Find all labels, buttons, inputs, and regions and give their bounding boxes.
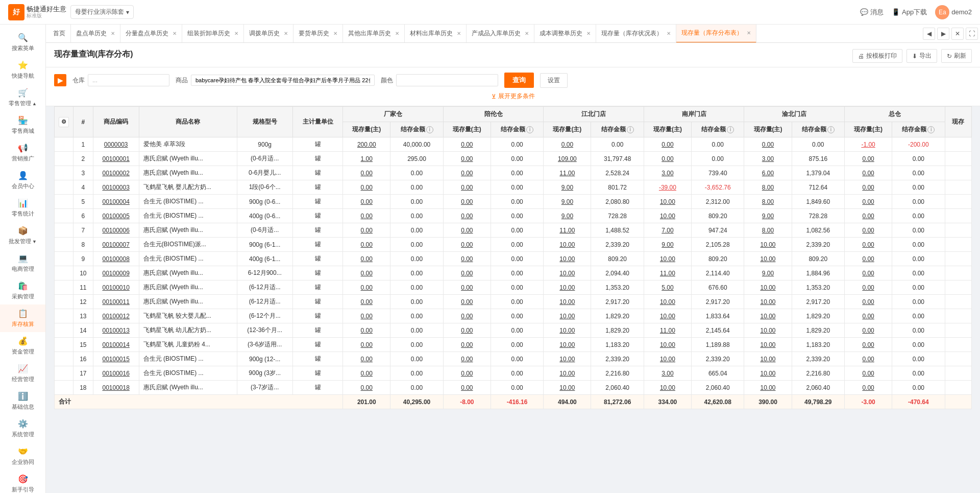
table-cell[interactable]: 00100018	[93, 381, 139, 395]
table-cell[interactable]: 5.00	[644, 280, 691, 295]
table-cell[interactable]: 10.00	[744, 295, 792, 309]
table-cell[interactable]: 10.00	[544, 266, 591, 280]
table-cell[interactable]: 0.00	[343, 252, 390, 266]
table-cell[interactable]: 109.00	[544, 152, 591, 166]
table-cell[interactable]: 0.00	[844, 295, 892, 309]
table-cell[interactable]: 10.00	[544, 238, 591, 252]
table-cell[interactable]: 200.00	[343, 137, 390, 152]
nav-tab-costadjust[interactable]: 成本调整单历史 ✕	[534, 25, 596, 43]
table-cell[interactable]: 0.00	[343, 280, 390, 295]
template-print-button[interactable]: 🖨 按模板打印	[852, 49, 902, 63]
table-cell[interactable]: 00100010	[93, 280, 139, 295]
close-tab-icon[interactable]: ✕	[586, 31, 591, 36]
table-cell[interactable]: 0.00	[844, 223, 892, 238]
table-cell[interactable]: 0.00	[844, 323, 892, 338]
table-cell[interactable]: 10.00	[744, 280, 792, 295]
table-cell[interactable]: 10.00	[744, 381, 792, 395]
nav-tab-requisition[interactable]: 要货单历史 ✕	[293, 25, 343, 43]
table-cell[interactable]: 7.00	[644, 223, 691, 238]
close-tab-icon[interactable]: ✕	[333, 31, 337, 36]
table-cell[interactable]: 0.00	[443, 352, 491, 366]
sidebar-item-ecommerce[interactable]: 💻 电商管理	[0, 249, 45, 277]
color-input[interactable]	[396, 74, 498, 86]
sidebar-item-marketing[interactable]: 📢 营销推广	[0, 139, 45, 167]
table-cell[interactable]: 9.00	[744, 266, 792, 280]
table-cell[interactable]: 9.00	[544, 180, 591, 195]
table-cell[interactable]: 10.00	[544, 366, 591, 381]
table-cell[interactable]: 10.00	[544, 352, 591, 366]
message-btn[interactable]: 💬 消息	[860, 8, 884, 17]
table-cell[interactable]: 9.00	[744, 209, 792, 223]
sidebar-item-quicknav[interactable]: ⭐ 快捷导航	[0, 56, 45, 84]
table-cell[interactable]: 0.00	[744, 137, 792, 152]
table-cell[interactable]: 10.00	[644, 209, 691, 223]
table-cell[interactable]: 0.00	[443, 309, 491, 323]
table-cell[interactable]: 0.00	[343, 295, 390, 309]
table-cell[interactable]: 9.00	[544, 209, 591, 223]
table-cell[interactable]: 10.00	[544, 381, 591, 395]
nav-close-all[interactable]: ✕	[951, 28, 964, 40]
table-cell[interactable]: 0000003	[93, 137, 139, 152]
table-cell[interactable]: 0.00	[443, 323, 491, 338]
sidebar-item-retail[interactable]: 🛒 零售管理 ▲	[0, 84, 45, 111]
app-download-btn[interactable]: 📱 App下载	[892, 8, 927, 17]
table-cell[interactable]: 00100001	[93, 152, 139, 166]
table-cell[interactable]: 0.00	[343, 266, 390, 280]
table-cell[interactable]: 10.00	[644, 252, 691, 266]
table-cell[interactable]: 00100003	[93, 180, 139, 195]
table-cell[interactable]: 11.00	[544, 166, 591, 180]
table-cell[interactable]: 0.00	[343, 223, 390, 238]
table-cell[interactable]: 00100008	[93, 252, 139, 266]
table-cell[interactable]: 0.00	[343, 180, 390, 195]
table-cell[interactable]: 10.00	[544, 252, 591, 266]
table-cell[interactable]: 0.00	[844, 152, 892, 166]
table-cell[interactable]: 10.00	[544, 338, 591, 352]
table-cell[interactable]: 0.00	[443, 180, 491, 195]
goods-input[interactable]	[191, 75, 375, 86]
table-cell[interactable]: 00100006	[93, 223, 139, 238]
collapse-arrow[interactable]: ▶	[54, 74, 66, 86]
close-tab-icon[interactable]: ✕	[284, 31, 288, 36]
table-cell[interactable]: 0.00	[343, 238, 390, 252]
table-cell[interactable]: 10.00	[644, 352, 691, 366]
nav-tab-productin[interactable]: 产成品入库单历史 ✕	[467, 25, 534, 43]
table-cell[interactable]: 10.00	[744, 338, 792, 352]
sidebar-item-member[interactable]: 👤 会员中心	[0, 167, 45, 194]
table-cell[interactable]: 0.00	[343, 352, 390, 366]
table-cell[interactable]: 0.00	[844, 309, 892, 323]
export-button[interactable]: ⬇ 导出	[906, 49, 937, 63]
table-cell[interactable]: 0.00	[343, 323, 390, 338]
nav-tab-transfer[interactable]: 调拨单历史 ✕	[244, 25, 293, 43]
sidebar-item-system[interactable]: ⚙️ 系统管理	[0, 415, 45, 442]
table-cell[interactable]: 00100009	[93, 266, 139, 280]
table-cell[interactable]: 0.00	[644, 152, 691, 166]
nav-arrow-right[interactable]: ▶	[937, 28, 949, 40]
table-cell[interactable]: 10.00	[644, 338, 691, 352]
close-tab-icon[interactable]: ✕	[395, 31, 399, 36]
close-tab-icon[interactable]: ✕	[234, 31, 238, 36]
nav-tab-stockdist[interactable]: 现存量（库存分布表） ✕	[676, 25, 756, 43]
table-cell[interactable]: 0.00	[544, 137, 591, 152]
table-cell[interactable]: 00100012	[93, 309, 139, 323]
sidebar-item-inventory[interactable]: 📋 库存核算	[0, 304, 45, 332]
sidebar-item-basic[interactable]: ℹ️ 基础信息	[0, 387, 45, 415]
table-cell[interactable]: 0.00	[443, 209, 491, 223]
table-cell[interactable]: 00100007	[93, 238, 139, 252]
close-tab-icon[interactable]: ✕	[457, 31, 461, 36]
table-cell[interactable]: 0.00	[443, 266, 491, 280]
table-cell[interactable]: 0.00	[844, 180, 892, 195]
table-cell[interactable]: 0.00	[443, 152, 491, 166]
table-cell[interactable]: 0.00	[844, 166, 892, 180]
table-cell[interactable]: 10.00	[644, 309, 691, 323]
nav-expand[interactable]: ⛶	[966, 28, 978, 40]
nav-tab-matout[interactable]: 材料出库单历史 ✕	[405, 25, 467, 43]
table-cell[interactable]: 11.00	[644, 323, 691, 338]
nav-arrow-left[interactable]: ◀	[923, 28, 935, 40]
table-cell[interactable]: 0.00	[443, 295, 491, 309]
table-cell[interactable]: 0.00	[844, 266, 892, 280]
table-cell[interactable]: 0.00	[443, 195, 491, 209]
table-cell[interactable]: 10.00	[644, 195, 691, 209]
table-cell[interactable]: 6.00	[744, 166, 792, 180]
nav-tab-substock[interactable]: 分量盘点单历史 ✕	[120, 25, 182, 43]
table-cell[interactable]: 0.00	[443, 137, 491, 152]
